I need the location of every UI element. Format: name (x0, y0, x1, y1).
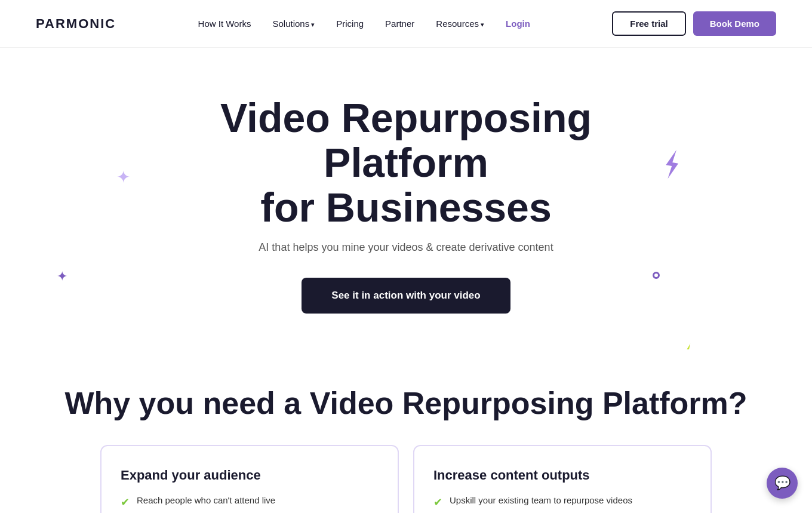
hero-title: Video Repurposing Platform for Businesse… (137, 96, 675, 229)
check-icon-2: ✔ (433, 496, 442, 509)
chat-icon: 💬 (774, 475, 791, 491)
nav-login[interactable]: Login (506, 19, 530, 29)
check-icon-1: ✔ (121, 496, 130, 509)
nav-actions: Free trial Book Demo (612, 11, 776, 36)
deco-circle-icon (653, 272, 660, 279)
hero-cta-button[interactable]: See it in action with your video (302, 278, 510, 314)
free-trial-button[interactable]: Free trial (612, 11, 685, 36)
why-title: Why you need a Video Repurposing Platfor… (36, 385, 776, 421)
card-increase-content-title: Increase content outputs (433, 468, 691, 483)
card-expand-audience-item-1: ✔ Reach people who can't attend live (121, 495, 379, 509)
card-expand-audience-title: Expand your audience (121, 468, 379, 483)
navbar: PARMONIC How It Works Solutions Pricing … (0, 0, 812, 48)
card-increase-content-item-1: ✔ Upskill your existing team to repurpos… (433, 495, 691, 509)
deco-star-left-icon: ✦ (116, 167, 130, 187)
deco-bolt-yellow-right-icon (678, 343, 697, 350)
why-section: Why you need a Video Repurposing Platfor… (0, 349, 812, 513)
nav-pricing[interactable]: Pricing (336, 19, 364, 29)
cards-row: Expand your audience ✔ Reach people who … (36, 445, 776, 513)
nav-links: How It Works Solutions Pricing Partner R… (198, 19, 530, 29)
hero-subtitle: AI that helps you mine your videos & cre… (24, 241, 788, 254)
nav-solutions[interactable]: Solutions (272, 19, 315, 29)
card-increase-content: Increase content outputs ✔ Upskill your … (413, 445, 712, 513)
card-expand-audience: Expand your audience ✔ Reach people who … (100, 445, 399, 513)
nav-how-it-works[interactable]: How It Works (198, 19, 251, 29)
svg-marker-2 (680, 343, 694, 349)
brand-logo[interactable]: PARMONIC (36, 16, 116, 32)
nav-resources[interactable]: Resources (436, 19, 484, 29)
nav-partner[interactable]: Partner (385, 19, 414, 29)
hero-section: ✦ ✦ Video Repurposing Platform for Busin… (0, 48, 812, 349)
deco-star-purple-icon: ✦ (57, 269, 67, 284)
book-demo-button[interactable]: Book Demo (693, 11, 776, 36)
chat-bubble-button[interactable]: 💬 (767, 468, 798, 499)
